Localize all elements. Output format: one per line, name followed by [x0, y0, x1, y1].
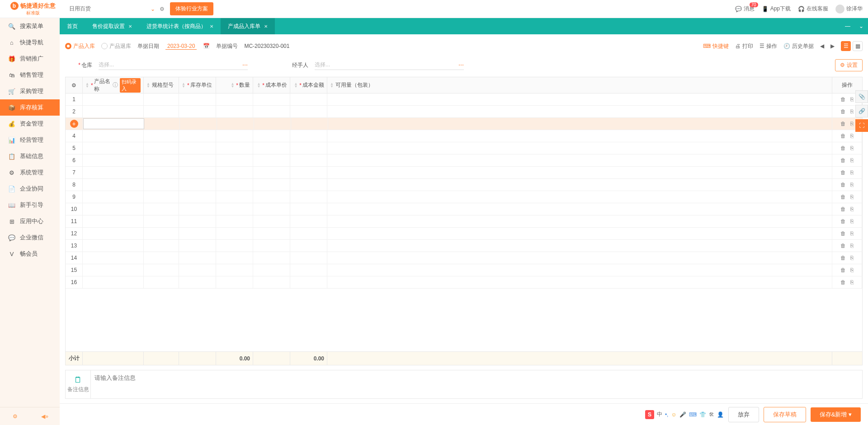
settings-button[interactable]: ⚙ 设置: [835, 59, 863, 71]
ime-sogou-icon[interactable]: S: [645, 410, 654, 419]
sidebar-collapse-button[interactable]: ◀»: [30, 407, 60, 425]
copy-row-icon[interactable]: ⎘: [850, 182, 854, 188]
scan-entry-button[interactable]: 扫码录入: [120, 78, 141, 93]
copy-row-icon[interactable]: ⎘: [850, 206, 854, 212]
cell-price[interactable]: [253, 179, 290, 191]
sidebar-settings-button[interactable]: ⚙: [0, 407, 30, 425]
cell-price[interactable]: [253, 191, 290, 203]
sidebar-item-13[interactable]: 💬企业微信: [0, 229, 60, 246]
delete-row-icon[interactable]: 🗑: [840, 206, 846, 212]
cell-product-name[interactable]: [83, 252, 144, 264]
save-draft-button[interactable]: 保存草稿: [764, 407, 806, 422]
sidebar-item-14[interactable]: V畅会员: [0, 246, 60, 262]
cell-price[interactable]: [253, 276, 290, 288]
delete-row-icon[interactable]: 🗑: [840, 267, 846, 273]
sidebar-item-6[interactable]: 💰资金管理: [0, 116, 60, 132]
tab-0[interactable]: 首页: [60, 18, 85, 34]
copy-row-icon[interactable]: ⎘: [850, 279, 854, 285]
cell-unit[interactable]: [179, 179, 216, 191]
view-list-toggle[interactable]: ☰: [841, 41, 851, 51]
close-icon[interactable]: ✕: [264, 24, 268, 29]
cell-spec[interactable]: [144, 228, 179, 239]
cell-amount[interactable]: [290, 167, 327, 178]
operate-button[interactable]: ☰ 操作: [760, 42, 777, 50]
copy-row-icon[interactable]: ⎘: [850, 218, 854, 224]
cell-unit[interactable]: [179, 130, 216, 142]
copy-row-icon[interactable]: ⎘: [850, 255, 854, 261]
messages-link[interactable]: 💬 消息 70: [735, 5, 755, 13]
table-row[interactable]: 8 🗑⎘: [66, 179, 862, 191]
copy-row-icon[interactable]: ⎘: [850, 96, 854, 103]
app-download-link[interactable]: 📱 App下载: [762, 5, 791, 13]
header-settings[interactable]: ⚙: [66, 77, 83, 93]
tabs-minimize-button[interactable]: —: [841, 18, 854, 34]
sidebar-item-10[interactable]: 📄企业协同: [0, 181, 60, 197]
doc-type-in-radio[interactable]: 产品入库: [65, 42, 95, 50]
cell-qty[interactable]: [216, 106, 253, 117]
table-row[interactable]: 12 🗑⎘: [66, 228, 862, 240]
cell-qty[interactable]: [216, 191, 253, 203]
cell-spec[interactable]: [144, 93, 179, 105]
cell-amount[interactable]: [290, 215, 327, 227]
table-row[interactable]: 1 🗑⎘: [66, 93, 862, 106]
cell-qty[interactable]: [216, 252, 253, 264]
cell-product-name[interactable]: [83, 215, 144, 227]
gear-icon[interactable]: ⚙: [160, 6, 165, 12]
delete-row-icon[interactable]: 🗑: [840, 230, 846, 237]
table-row[interactable]: 10 🗑⎘: [66, 203, 862, 215]
cell-spec[interactable]: [144, 154, 179, 166]
table-row[interactable]: 7 🗑⎘: [66, 167, 862, 179]
sidebar-item-8[interactable]: 📋基础信息: [0, 148, 60, 164]
delete-row-icon[interactable]: 🗑: [840, 145, 846, 151]
table-row[interactable]: 4 🗑⎘: [66, 130, 862, 142]
date-input[interactable]: 2023-03-20: [165, 43, 197, 50]
ellipsis-icon[interactable]: ⋯: [242, 62, 248, 68]
table-row[interactable]: 15 🗑⎘: [66, 264, 862, 276]
cell-amount[interactable]: [290, 106, 327, 117]
user-menu[interactable]: 徐泽华: [835, 5, 863, 14]
cell-qty[interactable]: [216, 203, 253, 215]
table-row[interactable]: + 🗑⎘: [66, 118, 862, 130]
rail-expand-button[interactable]: ⛶: [855, 119, 868, 132]
cell-spec[interactable]: [144, 167, 179, 178]
copy-row-icon[interactable]: ⎘: [850, 145, 854, 151]
cell-spec[interactable]: [145, 118, 180, 130]
delete-row-icon[interactable]: 🗑: [840, 133, 846, 139]
cell-spec[interactable]: [144, 203, 179, 215]
cell-spec[interactable]: [144, 240, 179, 252]
cell-unit[interactable]: [179, 240, 216, 252]
ellipsis-icon[interactable]: ⋯: [458, 62, 464, 68]
cell-unit[interactable]: [179, 154, 216, 166]
cell-unit[interactable]: [179, 228, 216, 239]
delete-row-icon[interactable]: 🗑: [840, 169, 846, 176]
rail-link-button[interactable]: 🔗: [855, 105, 868, 117]
delete-row-icon[interactable]: 🗑: [840, 218, 846, 224]
cell-product-name[interactable]: [83, 179, 144, 191]
cell-spec[interactable]: [144, 252, 179, 264]
shop-selector[interactable]: 日用百货 ⌄: [69, 5, 155, 13]
ime-emoji-icon[interactable]: ☺: [671, 411, 676, 418]
cell-price[interactable]: [253, 106, 290, 117]
cell-spec[interactable]: [144, 264, 179, 276]
ime-mic-icon[interactable]: 🎤: [679, 411, 686, 418]
cell-qty[interactable]: [216, 154, 253, 166]
cell-unit[interactable]: [179, 191, 216, 203]
table-row[interactable]: 13 🗑⎘: [66, 240, 862, 252]
cell-unit[interactable]: [180, 118, 217, 130]
sidebar-item-1[interactable]: ⌂快捷导航: [0, 34, 60, 51]
cell-amount[interactable]: [290, 276, 327, 288]
cell-product-name[interactable]: [83, 154, 144, 166]
cell-price[interactable]: [253, 228, 290, 239]
cell-price[interactable]: [253, 93, 290, 105]
add-row-button[interactable]: +: [70, 120, 78, 128]
delete-row-icon[interactable]: 🗑: [840, 108, 846, 115]
cell-qty[interactable]: [216, 228, 253, 239]
delete-row-icon[interactable]: 🗑: [840, 121, 846, 127]
cell-product-name[interactable]: [83, 118, 144, 129]
cell-amount[interactable]: [290, 252, 327, 264]
cell-spec[interactable]: [144, 142, 179, 154]
cell-price[interactable]: [253, 240, 290, 252]
copy-row-icon[interactable]: ⎘: [850, 230, 854, 237]
header-amount[interactable]: ▲▼ *成本金额: [290, 77, 327, 93]
cell-unit[interactable]: [179, 93, 216, 105]
